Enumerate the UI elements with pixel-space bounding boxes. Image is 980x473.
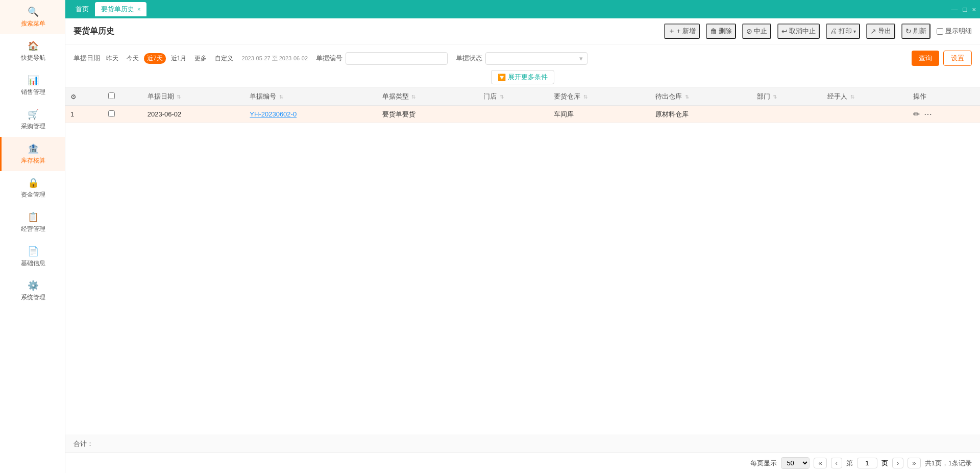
sidebar-item-quick-nav[interactable]: 🏠 快捷导航 bbox=[0, 34, 65, 68]
base-info-icon: 📄 bbox=[28, 246, 39, 257]
cell-ops: ✏ ⋯ bbox=[908, 106, 980, 123]
tab-bill-history[interactable]: 要货单历史 × bbox=[95, 2, 146, 16]
status-select[interactable]: ▾ bbox=[485, 52, 587, 65]
sidebar-item-inventory[interactable]: 🏦 库存核算 bbox=[0, 137, 65, 171]
page-title: 要货单历史 bbox=[74, 26, 664, 37]
stop-label: 中止 bbox=[754, 27, 767, 36]
table-header-row: ⚙ 单据日期 ⇅ 单据编号 ⇅ 单据类型 ⇅ bbox=[65, 88, 980, 106]
query-button[interactable]: 查询 bbox=[912, 51, 939, 66]
export-button[interactable]: ↗ 导出 bbox=[866, 23, 895, 39]
col-settings-icon[interactable]: ⚙ bbox=[65, 88, 103, 106]
date-shortcuts: 昨天 今天 近7天 近1月 更多 自定义 bbox=[103, 53, 236, 64]
window-min-btn[interactable]: — bbox=[951, 6, 958, 13]
bill-no-link[interactable]: YH-20230602-0 bbox=[250, 110, 297, 118]
sidebar-item-sales-mgmt[interactable]: 📊 销售管理 bbox=[0, 68, 65, 103]
edit-icon[interactable]: ✏ bbox=[913, 110, 920, 119]
page-size-select[interactable]: 10 20 50 100 bbox=[781, 457, 810, 469]
tab-close-icon[interactable]: × bbox=[137, 6, 140, 12]
shortcut-7days[interactable]: 近7天 bbox=[144, 53, 166, 64]
tab-bill-history-label: 要货单历史 bbox=[101, 5, 134, 14]
filter-row-1: 单据日期 昨天 今天 近7天 近1月 更多 自定义 2023-05-27 至 2… bbox=[74, 51, 972, 66]
expand-row: 🔽 展开更多条件 bbox=[74, 70, 972, 84]
stop-icon: ⊘ bbox=[746, 27, 752, 35]
delete-icon: 🗑 bbox=[710, 27, 717, 35]
first-page-btn[interactable]: « bbox=[814, 458, 826, 468]
sidebar-item-label-search-menu: 搜索菜单 bbox=[21, 19, 45, 28]
col-handler-header: 经手人 ⇅ bbox=[822, 88, 908, 106]
sidebar-item-label-finance-mgmt: 资金管理 bbox=[21, 191, 45, 199]
footer-summary: 合计： bbox=[65, 435, 980, 453]
window-max-btn[interactable]: □ bbox=[963, 6, 967, 13]
shortcut-more[interactable]: 更多 bbox=[191, 53, 210, 64]
page-size-label: 每页显示 bbox=[750, 459, 777, 468]
stop-button[interactable]: ⊘ 中止 bbox=[742, 23, 771, 39]
sort-date-icon[interactable]: ⇅ bbox=[177, 94, 181, 100]
print-button[interactable]: 🖨 打印 ▾ bbox=[826, 23, 860, 39]
sort-handler-icon[interactable]: ⇅ bbox=[850, 94, 854, 100]
delete-button[interactable]: 🗑 删除 bbox=[706, 23, 736, 39]
sidebar-item-purchase-mgmt[interactable]: 🛒 采购管理 bbox=[0, 103, 65, 137]
tab-home-label: 首页 bbox=[76, 5, 89, 14]
page-number-input[interactable] bbox=[857, 458, 877, 468]
select-all-checkbox[interactable] bbox=[108, 92, 115, 99]
sidebar-item-finance-mgmt[interactable]: 🔒 资金管理 bbox=[0, 171, 65, 205]
sales-mgmt-icon: 📊 bbox=[28, 75, 39, 86]
new-button[interactable]: ＋ + 新增 bbox=[664, 23, 700, 39]
tab-home[interactable]: 首页 bbox=[69, 2, 95, 16]
sort-dept-icon[interactable]: ⇅ bbox=[773, 94, 777, 100]
print-icon: 🖨 bbox=[830, 27, 837, 35]
sort-billno-icon[interactable]: ⇅ bbox=[279, 94, 283, 100]
bill-no-filter: 单据编号 bbox=[316, 52, 448, 65]
content-area: 要货单历史 ＋ + 新增 🗑 删除 ⊘ 中止 ↩ 取消中止 bbox=[65, 18, 980, 473]
show-detail-checkbox-wrap[interactable]: 显示明细 bbox=[937, 27, 972, 36]
show-detail-checkbox[interactable] bbox=[937, 28, 943, 35]
cell-billno[interactable]: YH-20230602-0 bbox=[244, 106, 377, 123]
sidebar-item-base-info[interactable]: 📄 基础信息 bbox=[0, 240, 65, 274]
window-close-btn[interactable]: × bbox=[972, 6, 976, 13]
sidebar-item-sys-mgmt[interactable]: ⚙️ 系统管理 bbox=[0, 274, 65, 308]
search-menu-icon: 🔍 bbox=[28, 6, 39, 17]
refresh-button[interactable]: ↻ 刷新 bbox=[901, 23, 930, 39]
cell-checkbox[interactable] bbox=[103, 106, 142, 123]
export-label: 导出 bbox=[878, 27, 891, 36]
more-ops-icon[interactable]: ⋯ bbox=[924, 110, 932, 119]
sort-pendingwh-icon[interactable]: ⇅ bbox=[685, 94, 689, 100]
col-reqwh-header: 要货仓库 ⇅ bbox=[549, 88, 650, 106]
shortcut-1month[interactable]: 近1月 bbox=[168, 53, 190, 64]
data-table: ⚙ 单据日期 ⇅ 单据编号 ⇅ 单据类型 ⇅ bbox=[65, 88, 980, 123]
query-actions: 查询 设置 bbox=[912, 51, 972, 66]
col-date-header: 单据日期 ⇅ bbox=[142, 88, 245, 106]
date-filter-label: 单据日期 bbox=[74, 54, 100, 63]
sort-billtype-icon[interactable]: ⇅ bbox=[411, 94, 415, 100]
cancel-stop-button[interactable]: ↩ 取消中止 bbox=[777, 23, 820, 39]
sys-mgmt-icon: ⚙️ bbox=[28, 280, 39, 291]
page-header: 要货单历史 ＋ + 新增 🗑 删除 ⊘ 中止 ↩ 取消中止 bbox=[65, 18, 980, 44]
page-label: 第 bbox=[846, 459, 853, 468]
sort-store-icon[interactable]: ⇅ bbox=[500, 94, 504, 100]
shortcut-custom[interactable]: 自定义 bbox=[212, 53, 236, 64]
setting-button[interactable]: 设置 bbox=[943, 51, 972, 66]
tab-bar: 首页 要货单历史 × — □ × bbox=[65, 0, 980, 18]
cell-index: 1 bbox=[65, 106, 103, 123]
bill-no-input[interactable] bbox=[346, 52, 448, 65]
sort-reqwh-icon[interactable]: ⇅ bbox=[583, 94, 587, 100]
expand-more-btn[interactable]: 🔽 展开更多条件 bbox=[491, 70, 554, 84]
sidebar-item-label-sys-mgmt: 系统管理 bbox=[21, 293, 45, 302]
sidebar-item-label-quick-nav: 快捷导航 bbox=[21, 54, 45, 62]
col-checkbox-header[interactable] bbox=[103, 88, 142, 106]
cell-pendingwh: 原材料仓库 bbox=[650, 106, 752, 123]
new-icon: ＋ bbox=[668, 27, 675, 36]
sidebar-item-search-menu[interactable]: 🔍 搜索菜单 bbox=[0, 0, 65, 34]
date-filter: 单据日期 昨天 今天 近7天 近1月 更多 自定义 2023-05-27 至 2… bbox=[74, 53, 308, 64]
shortcut-today[interactable]: 今天 bbox=[124, 53, 142, 64]
shortcut-yesterday[interactable]: 昨天 bbox=[103, 53, 121, 64]
cell-dept bbox=[752, 106, 822, 123]
sidebar-item-label-ops-mgmt: 经营管理 bbox=[21, 225, 45, 233]
cancel-stop-icon: ↩ bbox=[781, 27, 788, 35]
last-page-btn[interactable]: » bbox=[908, 458, 920, 468]
sidebar-item-ops-mgmt[interactable]: 📋 经营管理 bbox=[0, 205, 65, 240]
prev-page-btn[interactable]: ‹ bbox=[831, 458, 842, 468]
sidebar: 🔍 搜索菜单 🏠 快捷导航 📊 销售管理 🛒 采购管理 🏦 库存核算 🔒 资金管… bbox=[0, 0, 65, 473]
row-checkbox[interactable] bbox=[108, 110, 115, 117]
next-page-btn[interactable]: › bbox=[892, 458, 903, 468]
